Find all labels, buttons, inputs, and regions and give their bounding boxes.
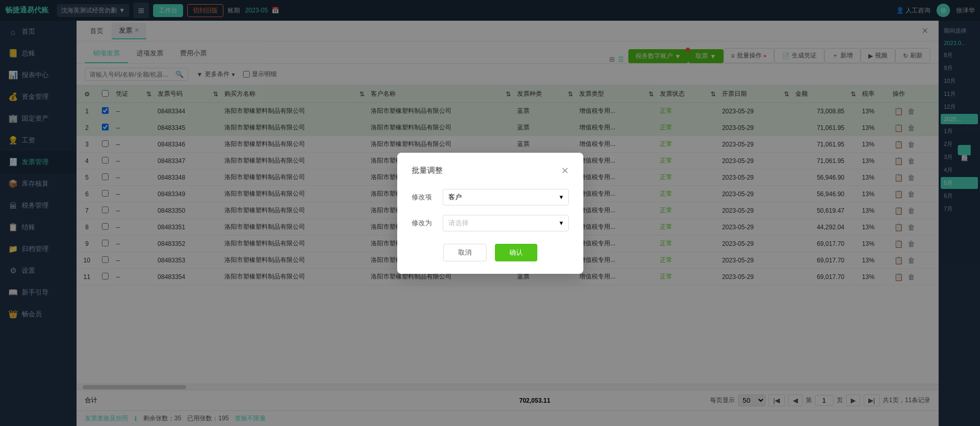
modal-header: 批量调整 ✕ [412,165,569,177]
modal-title: 批量调整 [412,166,443,175]
modal-modify-to-row: 修改为 请选择 ▾ [412,215,569,231]
modify-to-select[interactable]: 请选择 ▾ [443,215,569,231]
modify-to-label: 修改为 [412,218,443,228]
modify-to-placeholder: 请选择 [448,218,469,228]
modal-close-btn[interactable]: ✕ [561,165,569,177]
modify-field-label: 修改项 [412,193,443,202]
modal-modify-field-row: 修改项 客户 ▾ [412,189,569,205]
batch-adjust-modal: 批量调整 ✕ 修改项 客户 ▾ 修改为 请选择 ▾ 取消 确认 [397,153,583,274]
chevron-down-icon-2: ▾ [560,219,563,227]
modal-cancel-btn[interactable]: 取消 [443,244,487,261]
modal-confirm-btn[interactable]: 确认 [495,244,537,261]
modal-overlay: 批量调整 ✕ 修改项 客户 ▾ 修改为 请选择 ▾ 取消 确认 [0,0,980,426]
modify-field-select[interactable]: 客户 ▾ [443,189,569,205]
modal-footer: 取消 确认 [412,244,569,261]
chevron-down-icon: ▾ [560,193,563,201]
